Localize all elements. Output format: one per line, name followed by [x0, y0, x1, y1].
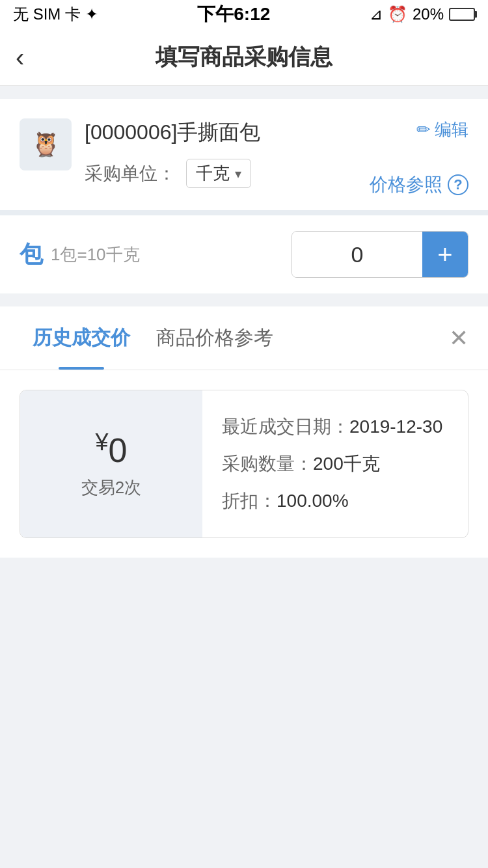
- transaction-date-value: 2019-12-30: [349, 416, 442, 437]
- panel-body: ¥0 交易2次 最近成交日期：2019-12-30 采购数量：200千克 折扣：…: [0, 370, 488, 558]
- info-icon: ?: [448, 174, 468, 195]
- quantity-row: 包 1包=10千克 +: [0, 215, 488, 293]
- sim-signal-label: 无 SIM 卡 ✦: [13, 4, 98, 25]
- section-divider: [0, 210, 488, 215]
- page-title: 填写商品采购信息: [156, 42, 332, 72]
- alarm-icon: ⏰: [388, 5, 407, 23]
- unit-row: 采购单位： 千克 ▾: [85, 159, 260, 188]
- product-card: 🦉 [0000006]手撕面包 采购单位： 千克 ▾ ✏ 编辑: [0, 99, 488, 210]
- transaction-count: 交易2次: [81, 476, 141, 499]
- unit-select[interactable]: 千克 ▾: [186, 159, 251, 188]
- transaction-discount-row: 折扣：100.00%: [222, 488, 448, 513]
- tab-history-price[interactable]: 历史成交价: [20, 306, 143, 370]
- quantity-input-area: +: [291, 231, 468, 278]
- status-bar: 无 SIM 卡 ✦ 下午6:12 ⊿ ⏰ 20%: [0, 0, 488, 29]
- battery-icon: [449, 8, 475, 21]
- transaction-qty-value: 200千克: [313, 454, 380, 474]
- edit-label: 编辑: [435, 118, 468, 141]
- card-right-actions: ✏ 编辑 价格参照 ?: [370, 118, 468, 197]
- transaction-qty-label: 采购数量：: [222, 454, 313, 474]
- quantity-unit-box: 包: [20, 239, 43, 271]
- dropdown-arrow-icon: ▾: [235, 166, 241, 182]
- panel-section: 历史成交价 商品价格参考 ✕ ¥0 交易2次 最近成交日期：2019-12-30…: [0, 306, 488, 558]
- status-right: ⊿ ⏰ 20%: [370, 5, 475, 23]
- product-image: 🦉: [20, 118, 72, 170]
- product-details: [0000006]手撕面包 采购单位： 千克 ▾: [85, 118, 260, 188]
- quantity-plus-button[interactable]: +: [422, 232, 468, 277]
- transaction-date-row: 最近成交日期：2019-12-30: [222, 414, 448, 439]
- status-time: 下午6:12: [197, 2, 270, 27]
- price-ref-label: 价格参照: [370, 172, 442, 197]
- product-name: [0000006]手撕面包: [85, 118, 260, 147]
- quantity-unit-info: 包 1包=10千克: [20, 239, 140, 271]
- status-left: 无 SIM 卡 ✦: [13, 4, 98, 25]
- transaction-discount-value: 100.00%: [277, 491, 349, 511]
- panel-tabs: 历史成交价 商品价格参考 ✕: [0, 306, 488, 370]
- product-logo-icon: 🦉: [31, 131, 61, 158]
- transaction-discount-label: 折扣：: [222, 491, 277, 511]
- transaction-price-summary: ¥0 交易2次: [20, 390, 202, 537]
- tab-product-price-ref[interactable]: 商品价格参考: [143, 306, 286, 370]
- transaction-price: ¥0: [96, 429, 128, 470]
- quantity-input[interactable]: [292, 232, 422, 277]
- price-reference-button[interactable]: 价格参照 ?: [370, 172, 468, 197]
- edit-button[interactable]: ✏ 编辑: [416, 118, 468, 141]
- quantity-unit-sub: 1包=10千克: [51, 243, 140, 266]
- location-icon: ⊿: [370, 5, 383, 23]
- unit-value: 千克: [196, 162, 230, 185]
- battery-percent: 20%: [413, 5, 444, 23]
- transaction-date-label: 最近成交日期：: [222, 416, 349, 437]
- currency-symbol: ¥: [96, 429, 109, 455]
- panel-close-button[interactable]: ✕: [449, 325, 468, 352]
- transaction-card: ¥0 交易2次 最近成交日期：2019-12-30 采购数量：200千克 折扣：…: [20, 390, 468, 538]
- edit-icon: ✏: [416, 120, 431, 140]
- transaction-details: 最近成交日期：2019-12-30 采购数量：200千克 折扣：100.00%: [202, 390, 468, 537]
- page-header: ‹ 填写商品采购信息: [0, 29, 488, 86]
- unit-label: 采购单位：: [85, 161, 176, 186]
- transaction-qty-row: 采购数量：200千克: [222, 451, 448, 476]
- back-button[interactable]: ‹: [16, 44, 24, 70]
